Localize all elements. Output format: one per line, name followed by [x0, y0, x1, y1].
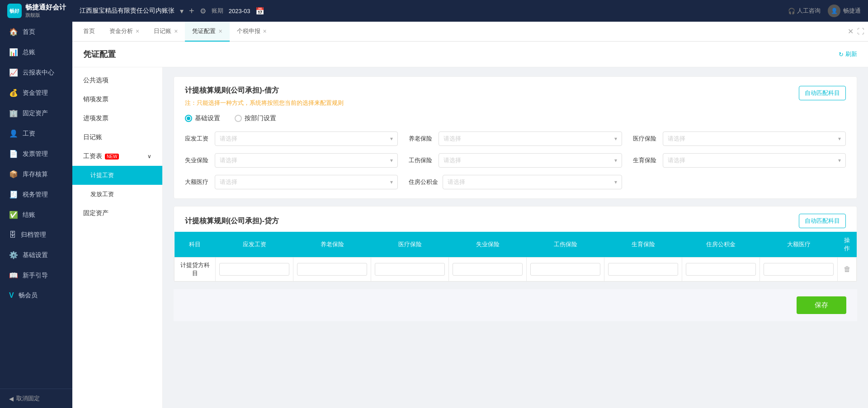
- top-bar: 畅好 畅捷通好会计 旗舰版 江西服宝精品有限责任公司内账张 ▾ + ⚙ 账期 2…: [0, 0, 868, 22]
- input-shengyu[interactable]: [608, 263, 678, 276]
- select-yingfa-placeholder: 请选择: [220, 135, 237, 143]
- select-yiliao[interactable]: 请选择 ▾: [663, 131, 846, 146]
- sidebar-item-inventory[interactable]: 📦 库存核算: [0, 164, 72, 184]
- credit-table-body: 计提贷方科目 🗑: [175, 258, 857, 281]
- sidebar-item-vip[interactable]: V 畅会员: [0, 286, 72, 305]
- save-button[interactable]: 保存: [797, 296, 846, 314]
- sidebar-label-checkout: 结账: [23, 211, 35, 219]
- service-btn[interactable]: 🎧 人工咨询: [788, 7, 821, 15]
- debit-auto-match-btn[interactable]: 自动匹配科目: [799, 86, 846, 100]
- input-yiliao[interactable]: [375, 263, 445, 276]
- basic-settings-icon: ⚙️: [9, 251, 18, 259]
- assets-icon: 🏢: [9, 109, 18, 117]
- nav-salary-table-label: 工资表: [83, 152, 102, 160]
- th-shiye: 失业保险: [449, 232, 527, 258]
- input-yingfa[interactable]: [219, 263, 289, 276]
- tab-close-all-icon[interactable]: ✕: [848, 27, 854, 36]
- settings-icon-btn[interactable]: ⚙: [200, 7, 206, 15]
- select-yanglao[interactable]: 请选择 ▾: [439, 131, 622, 146]
- input-gongshang[interactable]: [530, 263, 600, 276]
- nav-pay-salary-label: 发放工资: [90, 190, 114, 198]
- refresh-btn[interactable]: ↻ 刷新: [839, 50, 857, 58]
- form-row-gongshang: 工伤保险 请选择 ▾: [409, 153, 622, 168]
- sidebar-item-assets[interactable]: 🏢 固定资产: [0, 103, 72, 123]
- credit-auto-match-btn[interactable]: 自动匹配科目: [799, 214, 846, 228]
- save-bar: 保存: [174, 289, 857, 321]
- user-area[interactable]: 👤 畅捷通: [828, 5, 861, 17]
- sidebar-label-funds: 资金管理: [23, 89, 48, 97]
- select-yingfa[interactable]: 请选择 ▾: [215, 131, 398, 146]
- th-gongshang: 工伤保险: [527, 232, 604, 258]
- nav-accrual-salary[interactable]: 计提工资: [72, 166, 162, 185]
- input-yanglao[interactable]: [297, 263, 367, 276]
- sidebar-item-reports[interactable]: 📈 云报表中心: [0, 62, 72, 83]
- page-title: 凭证配置: [83, 49, 116, 60]
- row-label: 计提贷方科目: [175, 258, 216, 281]
- nav-accrual-salary-label: 计提工资: [90, 171, 114, 179]
- radio-department[interactable]: 按部门设置: [235, 114, 276, 122]
- sidebar-item-guide[interactable]: 📖 新手引导: [0, 265, 72, 286]
- tab-voucher-config[interactable]: 凭证配置 ×: [185, 22, 229, 42]
- funds-icon: 💰: [9, 89, 18, 97]
- th-yiliao: 医疗保险: [371, 232, 449, 258]
- nav-public-options[interactable]: 公共选项: [72, 71, 162, 90]
- app-name: 畅捷通好会计: [25, 3, 66, 12]
- cell-gongjijin: [682, 258, 760, 281]
- tab-home[interactable]: 首页: [76, 22, 102, 42]
- sidebar-item-tax[interactable]: 🧾 税务管理: [0, 184, 72, 205]
- nav-salary-table[interactable]: 工资表 NEW ∨: [72, 147, 162, 166]
- th-subject: 科目: [175, 232, 216, 258]
- debit-form-grid: 应发工资 请选择 ▾ 养老保险 请选择 ▾: [185, 131, 846, 189]
- tab-voucher-close[interactable]: ×: [218, 28, 222, 35]
- cancel-fixed-icon: ◀: [9, 395, 14, 402]
- tab-journal-close[interactable]: ×: [174, 28, 178, 35]
- nav-purchase-invoice[interactable]: 进项发票: [72, 109, 162, 128]
- debit-section-note: 注：只能选择一种方式，系统将按照您当前的选择来配置规则: [185, 99, 344, 107]
- input-gongjijin[interactable]: [686, 263, 756, 276]
- credit-table: 科目 应发工资 养老保险 医疗保险 失业保险 工伤保险 生育保险 住房公积金 大…: [174, 232, 857, 281]
- tab-tax-report[interactable]: 个税申报 ×: [230, 22, 274, 42]
- th-daeyiliao: 大额医疗: [760, 232, 838, 258]
- salary-icon: 👤: [9, 129, 18, 138]
- nav-pay-salary[interactable]: 发放工资: [72, 185, 162, 204]
- select-gongshang[interactable]: 请选择 ▾: [439, 153, 622, 168]
- nav-sales-invoice[interactable]: 销项发票: [72, 90, 162, 109]
- tab-funds[interactable]: 资金分析 ×: [102, 22, 146, 42]
- select-gongjijin[interactable]: 请选择 ▾: [443, 175, 622, 189]
- sidebar-item-salary[interactable]: 👤 工资: [0, 123, 72, 144]
- cancel-fixed-btn[interactable]: ◀ 取消固定: [0, 389, 72, 408]
- label-yanglao: 养老保险: [409, 135, 434, 143]
- sidebar-item-home[interactable]: 🏠 首页: [0, 22, 72, 42]
- tab-home-label: 首页: [83, 27, 95, 35]
- sidebar-item-archive[interactable]: 🗄 归档管理: [0, 225, 72, 245]
- tax-icon: 🧾: [9, 190, 18, 199]
- select-shiye[interactable]: 请选择 ▾: [215, 153, 398, 168]
- radio-basic[interactable]: 基础设置: [185, 114, 220, 122]
- nav-fixed-assets[interactable]: 固定资产: [72, 204, 162, 223]
- calendar-icon[interactable]: 📅: [255, 7, 264, 15]
- credit-table-header: 科目 应发工资 养老保险 医疗保险 失业保险 工伤保险 生育保险 住房公积金 大…: [175, 232, 857, 258]
- sidebar-item-checkout[interactable]: ✅ 结账: [0, 205, 72, 225]
- nav-fixed-assets-label: 固定资产: [83, 209, 108, 217]
- input-daeyiliao[interactable]: [764, 263, 834, 276]
- checkout-icon: ✅: [9, 211, 18, 219]
- select-daeyiliao-placeholder: 请选择: [220, 178, 237, 186]
- add-company-btn[interactable]: +: [189, 6, 194, 16]
- sidebar-item-invoice[interactable]: 📄 发票管理: [0, 144, 72, 164]
- home-icon: 🏠: [9, 28, 18, 36]
- tab-tax-close[interactable]: ×: [263, 28, 267, 35]
- tab-journal[interactable]: 日记账 ×: [146, 22, 185, 42]
- tab-funds-close[interactable]: ×: [136, 28, 139, 35]
- select-daeyiliao[interactable]: 请选择 ▾: [215, 175, 398, 189]
- sidebar-item-ledger[interactable]: 📊 总账: [0, 42, 72, 62]
- sidebar-label-vip: 畅会员: [19, 291, 38, 300]
- select-shengyu[interactable]: 请选择 ▾: [663, 153, 846, 168]
- sidebar-item-basic-settings[interactable]: ⚙️ 基础设置: [0, 245, 72, 265]
- sidebar-item-funds[interactable]: 💰 资金管理: [0, 83, 72, 103]
- nav-journal[interactable]: 日记账: [72, 128, 162, 147]
- app-logo: 畅好: [7, 4, 22, 18]
- input-shiye[interactable]: [453, 263, 523, 276]
- tab-expand-icon[interactable]: ⛶: [857, 28, 864, 36]
- delete-row-icon[interactable]: 🗑: [844, 265, 851, 273]
- company-dropdown-btn[interactable]: ▾: [180, 7, 184, 15]
